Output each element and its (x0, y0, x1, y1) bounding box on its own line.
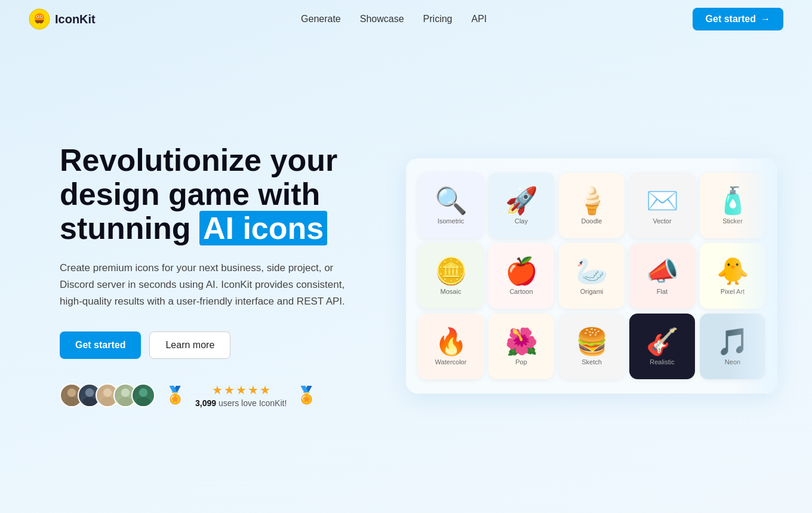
icon-img-sticker: 🧴 (716, 188, 749, 214)
svg-point-12 (121, 389, 130, 397)
icon-cell-vector: ✉️ Vector (629, 173, 695, 238)
icon-label-cartoon: Cartoon (509, 288, 533, 295)
svg-point-9 (82, 397, 96, 406)
svg-point-4 (37, 16, 38, 17)
icon-cell-pixelart: 🐥 Pixel Art (700, 243, 765, 309)
icon-label-sketch: Sketch (582, 358, 602, 365)
icon-img-isometric: 🔍 (435, 188, 467, 214)
hero-get-started-button[interactable]: Get started (60, 331, 141, 359)
icon-cell-origami: 🦢 Origami (559, 243, 625, 309)
nav-generate[interactable]: Generate (301, 14, 341, 24)
navbar: IconKit Generate Showcase Pricing API Ge… (0, 0, 812, 38)
icon-cell-realistic: 🎸 Realistic (629, 314, 695, 379)
icon-label-realistic: Realistic (650, 358, 675, 365)
avatar-group (60, 383, 155, 407)
rating-text: 3,099 users love IconKit! (195, 398, 287, 408)
nav-links: Generate Showcase Pricing API (301, 14, 487, 24)
icon-label-mosaic: Mosaic (441, 288, 462, 295)
icon-cell-flat: 📣 Flat (629, 243, 695, 309)
hero-title-line2: design game with (60, 177, 320, 211)
social-proof: 🏅 ★ ★ ★ ★ ★ 3,099 users love IconKit! 🏅 (60, 383, 370, 408)
icon-img-doodle: 🍦 (576, 188, 608, 214)
icon-img-watercolor: 🔥 (435, 328, 467, 355)
icon-img-realistic: 🎸 (646, 328, 679, 355)
svg-point-7 (64, 397, 78, 406)
icon-label-sticker: Sticker (722, 217, 743, 225)
logo-icon (29, 8, 50, 30)
rating-count: 3,099 (195, 398, 216, 408)
star-4: ★ (248, 383, 259, 397)
svg-point-15 (136, 397, 150, 406)
hero-description: Create premium icons for your next busin… (60, 260, 346, 310)
logo-link[interactable]: IconKit (29, 8, 96, 30)
icon-img-cartoon: 🍎 (505, 258, 538, 284)
icon-label-origami: Origami (580, 288, 604, 295)
arrow-icon: → (761, 14, 770, 24)
icon-img-origami: 🦢 (576, 258, 608, 284)
icon-img-neon: 🎵 (716, 328, 749, 355)
icon-img-pop: 🌺 (505, 328, 538, 355)
icon-label-pop: Pop (515, 358, 527, 365)
icon-label-pixelart: Pixel Art (721, 288, 745, 295)
hero-learn-more-button[interactable]: Learn more (149, 331, 230, 359)
svg-point-14 (139, 389, 147, 397)
icon-img-sketch: 🍔 (576, 328, 608, 355)
icon-cell-doodle: 🍦 Doodle (559, 173, 625, 238)
svg-point-8 (85, 389, 94, 397)
star-3: ★ (236, 383, 247, 397)
star-5: ★ (260, 383, 270, 397)
hero-left: Revolutionize your design game with stun… (60, 143, 370, 408)
star-1: ★ (212, 383, 223, 397)
icon-img-flat: 📣 (646, 258, 679, 284)
nav-get-started-button[interactable]: Get started → (693, 8, 783, 30)
icon-label-isometric: Isometric (438, 217, 465, 225)
icon-cell-mosaic: 🪙 Mosaic (418, 243, 484, 309)
icon-cell-cartoon: 🍎 Cartoon (488, 243, 554, 309)
icon-cell-isometric: 🔍 Isometric (418, 173, 484, 238)
icon-label-neon: Neon (725, 358, 740, 365)
hero-title: Revolutionize your design game with stun… (60, 143, 370, 246)
nav-showcase[interactable]: Showcase (360, 14, 404, 24)
icon-cell-clay: 🚀 Clay (488, 173, 554, 238)
svg-point-13 (118, 397, 132, 406)
icon-showcase: 🔍 Isometric 🚀 Clay 🍦 Doodle ✉️ Vector 🧴 … (406, 158, 777, 394)
icon-label-doodle: Doodle (582, 217, 602, 225)
svg-point-5 (41, 16, 42, 17)
icon-img-vector: ✉️ (646, 188, 679, 214)
icon-cell-sketch: 🍔 Sketch (559, 314, 625, 379)
icon-label-flat: Flat (657, 288, 668, 295)
svg-point-11 (100, 397, 114, 406)
hero-section: Revolutionize your design game with stun… (0, 38, 812, 513)
icon-cell-sticker: 🧴 Sticker (700, 173, 765, 238)
star-2: ★ (224, 383, 235, 397)
nav-api[interactable]: API (471, 14, 487, 24)
icon-label-watercolor: Watercolor (435, 358, 467, 365)
icon-img-mosaic: 🪙 (435, 258, 467, 284)
hero-right: 🔍 Isometric 🚀 Clay 🍦 Doodle ✉️ Vector 🧴 … (406, 158, 777, 394)
icon-img-pixelart: 🐥 (716, 258, 749, 284)
rating-label: users love IconKit! (219, 398, 287, 408)
laurel-right: 🏅 (296, 387, 317, 404)
icon-cell-watercolor: 🔥 Watercolor (418, 314, 484, 379)
icon-img-clay: 🚀 (505, 188, 538, 214)
hero-title-highlight: AI icons (199, 211, 327, 245)
svg-point-6 (67, 389, 76, 397)
laurel-left: 🏅 (165, 387, 186, 404)
icon-cell-neon: 🎵 Neon (700, 314, 765, 379)
hero-title-line3-plain: stunning (60, 211, 199, 245)
logo-text: IconKit (55, 13, 96, 26)
hero-title-line1: Revolutionize your (60, 143, 337, 177)
nav-pricing[interactable]: Pricing (423, 14, 453, 24)
rating-block: ★ ★ ★ ★ ★ 3,099 users love IconKit! (195, 383, 287, 408)
icon-cell-pop: 🌺 Pop (488, 314, 554, 379)
svg-point-10 (103, 389, 112, 397)
icon-label-clay: Clay (515, 217, 528, 225)
avatar (131, 383, 155, 407)
icon-label-vector: Vector (653, 217, 671, 225)
stars: ★ ★ ★ ★ ★ (212, 383, 270, 397)
hero-buttons: Get started Learn more (60, 331, 370, 359)
